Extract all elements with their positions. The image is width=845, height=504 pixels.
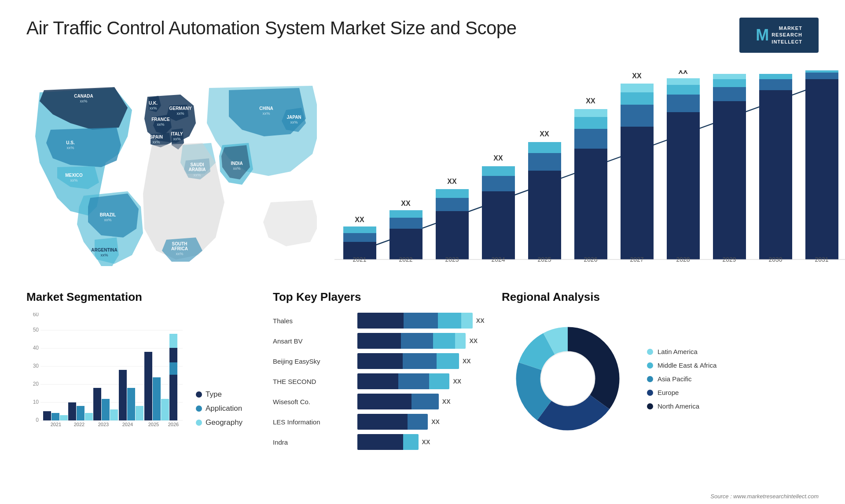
svg-rect-83 bbox=[144, 352, 152, 420]
svg-rect-44 bbox=[713, 87, 746, 101]
brazil-label: BRAZIL bbox=[100, 212, 116, 217]
svg-text:xx%: xx% bbox=[290, 120, 298, 124]
val-2026: XX bbox=[586, 97, 595, 105]
header: Air Traffic Control Automation System Ma… bbox=[26, 18, 819, 53]
player-thales: Thales XX bbox=[273, 313, 493, 329]
germany-label: GERMANY bbox=[169, 106, 191, 111]
canada-label: CANADA bbox=[74, 94, 93, 99]
svg-text:10: 10 bbox=[33, 399, 39, 405]
svg-rect-24 bbox=[436, 189, 469, 198]
latin-america-dot bbox=[647, 349, 653, 355]
bar-2021-light bbox=[343, 226, 376, 233]
svg-rect-23 bbox=[436, 198, 469, 211]
players-title: Top Key Players bbox=[273, 290, 493, 304]
legend-asia-pacific: Asia Pacific bbox=[647, 375, 716, 383]
svg-text:2023: 2023 bbox=[98, 422, 109, 427]
svg-rect-25 bbox=[482, 191, 515, 259]
player-les: LES Information XX bbox=[273, 414, 493, 430]
mea-dot bbox=[647, 362, 653, 369]
svg-rect-91 bbox=[169, 334, 177, 348]
donut-chart-svg bbox=[502, 313, 634, 445]
southafrica-label: SOUTH bbox=[172, 241, 187, 246]
svg-rect-36 bbox=[621, 105, 654, 127]
legend-type: Type bbox=[196, 390, 242, 399]
spain-label: SPAIN bbox=[150, 135, 163, 139]
svg-rect-31 bbox=[574, 149, 607, 259]
svg-text:xx%: xx% bbox=[66, 146, 74, 150]
asia-pacific-dot bbox=[647, 376, 653, 382]
svg-text:2025: 2025 bbox=[148, 422, 159, 427]
logo-box: M MARKET RESEARCH INTELLECT bbox=[739, 18, 819, 53]
svg-rect-45 bbox=[713, 79, 746, 87]
svg-rect-46 bbox=[713, 74, 746, 79]
svg-text:ARABIA: ARABIA bbox=[189, 167, 206, 172]
player-beijing: Beijing EasySky XX bbox=[273, 353, 493, 369]
svg-text:xx%: xx% bbox=[193, 173, 201, 177]
regional-content: Latin America Middle East & Africa Asia … bbox=[502, 313, 819, 445]
svg-rect-69 bbox=[60, 415, 68, 420]
argentina-label: ARGENTINA bbox=[91, 248, 117, 252]
svg-rect-35 bbox=[621, 127, 654, 259]
players-section: Top Key Players Thales XX bbox=[264, 290, 493, 450]
val-2027: XX bbox=[632, 72, 642, 80]
svg-rect-28 bbox=[528, 171, 561, 259]
svg-text:30: 30 bbox=[33, 363, 39, 369]
svg-text:xx%: xx% bbox=[149, 106, 157, 110]
svg-rect-84 bbox=[153, 377, 161, 420]
svg-rect-75 bbox=[93, 388, 101, 420]
player-wisesoft: Wisesoft Co. XX bbox=[273, 394, 493, 409]
svg-rect-73 bbox=[85, 413, 93, 420]
type-dot bbox=[196, 391, 202, 398]
val-2021: XX bbox=[355, 216, 364, 223]
svg-text:60: 60 bbox=[33, 313, 39, 318]
regional-section: Regional Analysis bbox=[502, 290, 819, 450]
svg-rect-50 bbox=[805, 79, 838, 259]
japan-label: JAPAN bbox=[287, 115, 301, 120]
ansart-bar-container: XX bbox=[357, 333, 493, 349]
svg-rect-85 bbox=[161, 399, 169, 420]
europe-dot bbox=[647, 390, 653, 396]
svg-text:0: 0 bbox=[36, 417, 39, 423]
les-bar-container: XX bbox=[357, 414, 493, 430]
svg-text:2021: 2021 bbox=[51, 422, 61, 427]
wisesoft-bar-container: XX bbox=[357, 394, 493, 409]
svg-rect-34 bbox=[574, 109, 607, 117]
bar-2021-mid bbox=[343, 233, 376, 242]
segmentation-title: Market Segmentation bbox=[26, 290, 255, 304]
svg-rect-27 bbox=[482, 166, 515, 176]
val-2025: XX bbox=[540, 130, 549, 138]
svg-rect-49 bbox=[759, 74, 792, 79]
svg-text:xx%: xx% bbox=[176, 252, 183, 256]
svg-rect-79 bbox=[119, 370, 127, 420]
legend-europe: Europe bbox=[647, 389, 716, 396]
page-container: Air Traffic Control Automation System Ma… bbox=[0, 0, 845, 504]
regional-title: Regional Analysis bbox=[502, 290, 819, 304]
segmentation-section: Market Segmentation 0 10 20 30 40 50 60 bbox=[26, 290, 255, 450]
player-second: THE SECOND XX bbox=[273, 373, 493, 389]
svg-text:xx%: xx% bbox=[70, 178, 77, 183]
svg-rect-32 bbox=[574, 129, 607, 149]
beijing-bar-container: XX bbox=[357, 353, 493, 369]
mexico-label: MEXICO bbox=[65, 173, 83, 178]
player-ansart: Ansart BV XX bbox=[273, 333, 493, 349]
svg-rect-42 bbox=[667, 78, 700, 85]
svg-rect-29 bbox=[528, 153, 561, 171]
svg-rect-19 bbox=[389, 229, 422, 259]
svg-rect-90 bbox=[169, 362, 177, 375]
seg-content: 0 10 20 30 40 50 60 bbox=[26, 313, 255, 427]
application-dot bbox=[196, 405, 202, 412]
svg-text:20: 20 bbox=[33, 381, 39, 387]
svg-rect-71 bbox=[68, 402, 76, 420]
legend-mea: Middle East & Africa bbox=[647, 362, 716, 369]
logo-text: MARKET RESEARCH INTELLECT bbox=[772, 25, 802, 45]
svg-rect-41 bbox=[667, 85, 700, 95]
svg-rect-21 bbox=[389, 210, 422, 218]
seg-legend: Type Application Geography bbox=[196, 390, 242, 427]
svg-text:AFRICA: AFRICA bbox=[171, 246, 188, 251]
world-map-section: CANADA xx% U.S. xx% MEXICO xx% BRAZIL xx… bbox=[26, 66, 312, 268]
val-2022: XX bbox=[401, 200, 411, 207]
svg-rect-68 bbox=[51, 413, 59, 420]
svg-text:50: 50 bbox=[33, 327, 39, 333]
svg-rect-52 bbox=[805, 70, 838, 73]
val-2028: XX bbox=[678, 70, 688, 75]
